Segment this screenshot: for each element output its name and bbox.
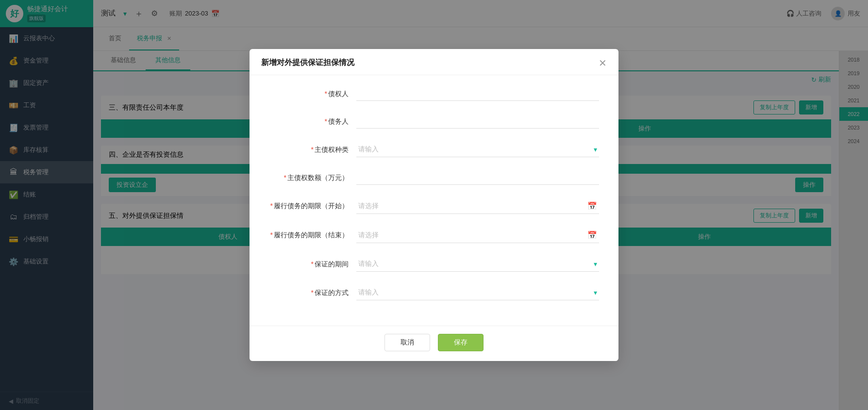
field-period-end-picker[interactable]: 请选择 📅 [356,228,599,243]
field-period-end-placeholder: 请选择 [358,231,587,240]
modal-header: 新增对外提供保证担保情况 ✕ [250,49,618,75]
modal-body: *债权人 *债务人 *主债权种类 请输入 ▾ [250,75,618,326]
guarantee-period-dropdown-icon: ▾ [594,260,597,268]
field-guarantee-period-row: *保证的期间 请输入 ▾ [269,257,599,272]
field-period-start-placeholder: 请选择 [358,202,587,211]
field-debt-amount-label: *主债权数额（万元） [269,174,356,182]
field-debt-type-select[interactable]: 请输入 ▾ [356,142,599,157]
guarantee-method-dropdown-icon: ▾ [594,289,597,296]
field-period-start-label: *履行债务的期限（开始） [269,202,356,211]
field-period-start-picker[interactable]: 请选择 📅 [356,198,599,214]
field-period-end-row: *履行债务的期限（结束） 请选择 📅 [269,228,599,243]
modal-dialog: 新增对外提供保证担保情况 ✕ *债权人 *债务人 *主债权种类 [250,49,618,361]
field-period-start-row: *履行债务的期限（开始） 请选择 📅 [269,198,599,214]
field-guarantee-period-placeholder: 请输入 [358,260,594,268]
field-creditor-input[interactable] [356,87,599,101]
field-debtor-input[interactable] [356,115,599,129]
period-end-calendar-icon: 📅 [587,230,597,240]
field-debt-amount-input[interactable] [356,171,599,185]
field-creditor-label: *债权人 [269,90,356,98]
field-guarantee-method-row: *保证的方式 请输入 ▾ [269,285,599,300]
field-guarantee-period-label: *保证的期间 [269,260,356,269]
field-debt-amount-row: *主债权数额（万元） [269,171,599,185]
modal-close-button[interactable]: ✕ [599,58,607,68]
field-guarantee-period-select[interactable]: 请输入 ▾ [356,257,599,272]
field-creditor-row: *债权人 [269,87,599,101]
field-debtor-label: *债务人 [269,117,356,126]
field-debt-type-row: *主债权种类 请输入 ▾ [269,142,599,157]
modal-overlay: 新增对外提供保证担保情况 ✕ *债权人 *债务人 *主债权种类 [0,0,868,410]
field-debtor-row: *债务人 [269,115,599,129]
field-debt-type-label: *主债权种类 [269,146,356,154]
cancel-button[interactable]: 取消 [384,334,430,351]
period-start-calendar-icon: 📅 [587,201,597,211]
field-guarantee-method-placeholder: 请输入 [358,288,594,297]
debt-type-dropdown-icon: ▾ [594,146,597,153]
field-debt-type-placeholder: 请输入 [358,145,594,154]
save-button[interactable]: 保存 [438,334,484,351]
modal-title: 新增对外提供保证担保情况 [261,58,354,68]
modal-footer: 取消 保存 [250,326,618,361]
field-guarantee-method-select[interactable]: 请输入 ▾ [356,285,599,300]
field-period-end-label: *履行债务的期限（结束） [269,231,356,240]
field-guarantee-method-label: *保证的方式 [269,289,356,297]
